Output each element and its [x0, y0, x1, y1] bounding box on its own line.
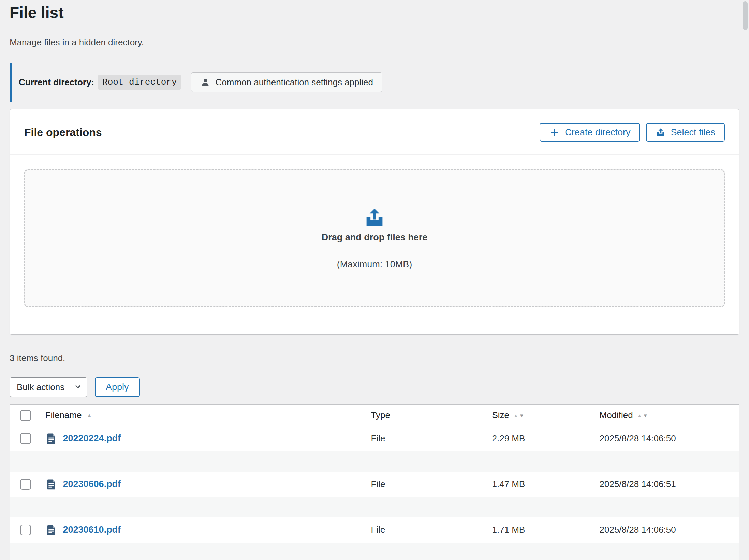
column-header-modified[interactable]: Modified▲▼: [600, 405, 739, 426]
file-list-table: Filename▲ Type Size▲▼ Modified▲▼: [10, 404, 739, 560]
bulk-actions-row: Bulk actions Apply: [10, 377, 739, 397]
row-checkbox[interactable]: [20, 479, 31, 490]
cell-type: File: [371, 517, 492, 543]
page-subtitle: Manage files in a hidden directory.: [10, 37, 739, 48]
cell-type: File: [371, 472, 492, 497]
plus-icon: [549, 127, 560, 138]
card-header-actions: Create directory Select files: [540, 123, 725, 142]
sort-icons: ▲▼: [513, 413, 525, 418]
items-found-text: 3 items found.: [10, 353, 739, 364]
column-header-type: Type: [371, 405, 492, 426]
current-directory-notice: Current directory: Root directory Common…: [10, 63, 739, 102]
row-actions-area: [10, 451, 739, 472]
file-link[interactable]: 20230610.pdf: [63, 525, 121, 535]
select-all-checkbox[interactable]: [20, 410, 31, 421]
page-title: File list: [10, 3, 739, 22]
bulk-actions-select-wrap: Bulk actions: [10, 377, 87, 397]
file-icon: [45, 524, 57, 536]
row-checkbox[interactable]: [20, 525, 31, 535]
dropzone[interactable]: Drag and drop files here (Maximum: 10MB): [24, 169, 725, 307]
dropzone-text: Drag and drop files here: [322, 232, 428, 243]
auth-settings-badge-label: Common authentication settings applied: [215, 77, 373, 88]
cell-filename: 20230610.pdf: [45, 517, 371, 543]
row-checkbox-cell: [10, 472, 45, 497]
dropzone-hint: (Maximum: 10MB): [337, 259, 412, 270]
file-link[interactable]: 20230606.pdf: [63, 479, 121, 489]
table-row: 20230606.pdf File 1.47 MB 2025/8/28 14:0…: [10, 472, 739, 497]
card-header: File operations Create directory Select …: [10, 109, 739, 155]
row-actions-area: [10, 543, 739, 560]
file-link[interactable]: 20220224.pdf: [63, 433, 121, 444]
file-operations-card: File operations Create directory Select …: [10, 109, 739, 335]
table-row: 20230610.pdf File 1.71 MB 2025/8/28 14:0…: [10, 517, 739, 543]
current-directory-label: Current directory:: [19, 77, 94, 88]
sort-asc-icon: ▲: [86, 412, 92, 419]
file-icon: [45, 478, 57, 490]
cell-modified: 2025/8/28 14:06:50: [600, 426, 739, 451]
file-operations-title: File operations: [24, 126, 102, 139]
file-icon: [45, 433, 57, 444]
cell-type: File: [371, 426, 492, 451]
column-header-filename[interactable]: Filename▲: [45, 405, 371, 426]
content: File list Manage files in a hidden direc…: [0, 0, 749, 560]
cell-filename: 20230606.pdf: [45, 472, 371, 497]
row-checkbox-cell: [10, 426, 45, 451]
sort-icons: ▲▼: [637, 413, 649, 418]
create-directory-button[interactable]: Create directory: [540, 123, 640, 142]
upload-icon: [656, 127, 666, 137]
person-icon: [200, 77, 210, 87]
cell-size: 1.71 MB: [492, 517, 600, 543]
select-files-button[interactable]: Select files: [646, 123, 725, 142]
bulk-actions-select[interactable]: Bulk actions: [10, 377, 87, 397]
row-actions-area: [10, 497, 739, 517]
column-header-size[interactable]: Size▲▼: [492, 405, 600, 426]
cell-modified: 2025/8/28 14:06:50: [600, 517, 739, 543]
cell-size: 1.47 MB: [492, 472, 600, 497]
select-all-cell: [10, 405, 45, 426]
upload-icon: [363, 206, 386, 229]
row-checkbox[interactable]: [20, 433, 31, 444]
page: File list Manage files in a hidden direc…: [0, 0, 749, 560]
row-checkbox-cell: [10, 517, 45, 543]
cell-size: 2.29 MB: [492, 426, 600, 451]
current-directory-value: Root directory: [98, 75, 181, 90]
apply-button[interactable]: Apply: [95, 377, 140, 397]
table-row: 20220224.pdf File 2.29 MB 2025/8/28 14:0…: [10, 426, 739, 451]
cell-filename: 20220224.pdf: [45, 426, 371, 451]
table-header-row: Filename▲ Type Size▲▼ Modified▲▼: [10, 405, 739, 426]
scrollbar-thumb[interactable]: [743, 1, 748, 30]
create-directory-label: Create directory: [565, 127, 630, 138]
cell-modified: 2025/8/28 14:06:51: [600, 472, 739, 497]
auth-settings-badge[interactable]: Common authentication settings applied: [191, 72, 382, 92]
select-files-label: Select files: [671, 127, 715, 138]
card-body: Drag and drop files here (Maximum: 10MB): [10, 155, 739, 334]
